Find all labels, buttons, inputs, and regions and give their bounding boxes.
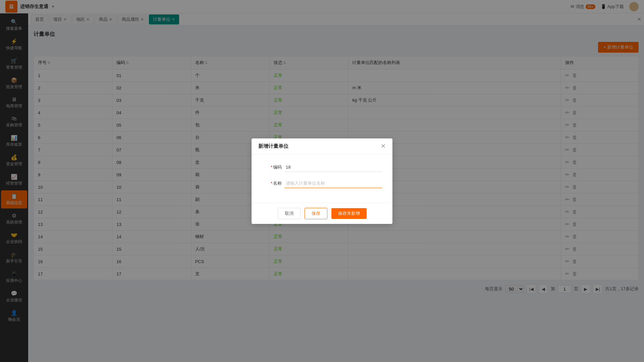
modal-overlay[interactable]: 新增计量单位 ✕ *编码 *名称 取消 保存 保存并新增 bbox=[0, 0, 644, 362]
code-form-row: *编码 bbox=[262, 163, 382, 172]
modal-footer: 取消 保存 保存并新增 bbox=[252, 203, 392, 224]
modal-title: 新增计量单位 bbox=[258, 143, 288, 149]
code-input[interactable] bbox=[284, 163, 382, 172]
modal: 新增计量单位 ✕ *编码 *名称 取消 保存 保存并新增 bbox=[252, 138, 392, 224]
code-label: *编码 bbox=[262, 164, 282, 170]
name-form-row: *名称 bbox=[262, 179, 382, 188]
name-label: *名称 bbox=[262, 180, 282, 186]
modal-header: 新增计量单位 ✕ bbox=[252, 138, 392, 155]
modal-body: *编码 *名称 bbox=[252, 155, 392, 203]
save-button[interactable]: 保存 bbox=[305, 208, 327, 219]
modal-close-button[interactable]: ✕ bbox=[381, 143, 386, 149]
name-input[interactable] bbox=[284, 179, 382, 188]
save-and-new-button[interactable]: 保存并新增 bbox=[331, 208, 367, 219]
cancel-button[interactable]: 取消 bbox=[278, 208, 301, 219]
